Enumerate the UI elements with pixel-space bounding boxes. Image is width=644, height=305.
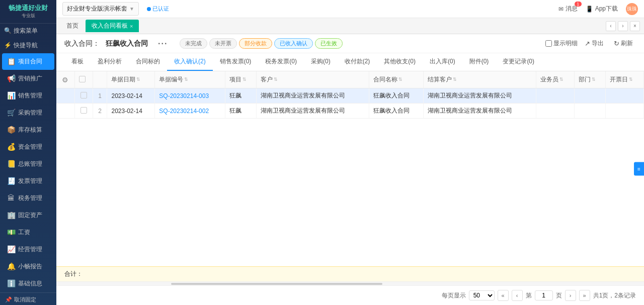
billno-link-1[interactable]: SQ-20230214-002 (159, 108, 209, 115)
sub-tab-附件[interactable]: 附件(0) (462, 53, 496, 71)
next-page-btn[interactable]: › (565, 290, 576, 301)
refresh-icon: ↻ (614, 40, 619, 47)
export-btn[interactable]: ↗ 导出 (582, 38, 607, 49)
user-avatar-action[interactable]: 珠珠 (626, 3, 638, 15)
company-selector[interactable]: 好业财专业版演示帐套 ▼ (62, 2, 139, 16)
page-header-actions: 显示明细 ↗ 导出 ↻ 刷新 (545, 38, 636, 49)
sidebar-label-9: 固定资产 (18, 211, 42, 220)
tab-contract-board[interactable]: 收入合同看板 × (86, 20, 139, 32)
tab-close-btn[interactable]: × (630, 21, 640, 31)
refresh-btn[interactable]: ↻ 刷新 (611, 38, 636, 49)
sidebar-item-小畅报告[interactable]: 🔔小畅报告 (2, 258, 54, 275)
row-settings-1[interactable] (56, 104, 74, 119)
total-label: 合计： (64, 270, 83, 278)
row-checkbox-1[interactable] (80, 107, 87, 114)
tab-home[interactable]: 首页 (60, 20, 85, 32)
pagination: 每页显示 50 100 200 « ‹ 第 页 › » 共1页，2条记录 (56, 285, 644, 305)
app-download-action[interactable]: 📱 App下载 (586, 5, 618, 13)
quick-nav-icon: ⚡ (4, 42, 12, 49)
sidebar-item-工资[interactable]: 💵工资 (2, 224, 54, 241)
page-size-select[interactable]: 50 100 200 (469, 290, 495, 300)
horizontal-scrollbar[interactable] (171, 283, 382, 285)
sub-tab-出入库[interactable]: 出入库(0) (423, 53, 462, 71)
sidebar-label-7: 发票管理 (18, 177, 42, 185)
sidebar-item-发票管理[interactable]: 🧾发票管理 (2, 173, 54, 189)
prev-page-btn[interactable]: ‹ (512, 290, 523, 301)
sidebar-item-税务管理[interactable]: 🏛税务管理 (2, 190, 54, 207)
sidebar-icon-13: ℹ️ (7, 279, 15, 287)
sidebar-item-采购管理[interactable]: 🛒采购管理 (2, 105, 54, 121)
sub-tab-销售发票[interactable]: 销售发票(0) (213, 53, 259, 71)
tab-next-btn[interactable]: › (618, 21, 628, 31)
settle-col-header[interactable]: 结算客户⇅ (423, 71, 536, 88)
show-detail-label: 显示明细 (553, 39, 578, 48)
row-settings-0[interactable] (56, 88, 74, 104)
customer-col-header[interactable]: 客户⇅ (257, 71, 369, 88)
page-label: 第 (526, 291, 532, 300)
sub-tab-其他收支[interactable]: 其他收支(0) (377, 53, 423, 71)
sidebar-item-基础信息[interactable]: ℹ️基础信息 (2, 275, 54, 292)
billno-sort-icon: ⇅ (184, 77, 188, 82)
show-detail-toggle[interactable]: 显示明细 (545, 39, 578, 48)
sidebar-search[interactable]: 🔍 搜索菜单 (0, 24, 56, 38)
sidebar-item-项目合同[interactable]: 📋项目合同 (2, 53, 54, 70)
status-effective[interactable]: 已生效 (315, 38, 343, 49)
sub-tab-收入确认[interactable]: 收入确认(2) (167, 53, 213, 71)
sidebar-label-8: 税务管理 (18, 194, 42, 202)
status-partial-receipt[interactable]: 部分收款 (239, 38, 272, 49)
more-options-btn[interactable]: ··· (158, 39, 168, 48)
per-page-label: 每页显示 (442, 291, 466, 300)
sidebar-item-销售管理[interactable]: 📊销售管理 (2, 87, 54, 104)
row-opendate-0 (605, 88, 643, 104)
pin-toggle[interactable]: 📌 取消固定 (0, 293, 56, 305)
message-action[interactable]: ✉ 1 消息 (558, 5, 578, 13)
billno-link-0[interactable]: SQ-20230214-003 (159, 92, 209, 99)
gear-icon[interactable]: ⚙ (62, 76, 68, 84)
show-detail-checkbox[interactable] (545, 40, 552, 47)
row-checkbox-0[interactable] (80, 92, 87, 98)
row-customer-1: 湖南卫视商业运营发展有限公司 (257, 104, 369, 119)
row-project-1: 狂飙 (225, 104, 257, 119)
sidebar-label-10: 工资 (18, 228, 30, 237)
last-page-btn[interactable]: » (579, 290, 590, 301)
sidebar-label-12: 小畅报告 (18, 262, 42, 271)
sidebar-item-固定资产[interactable]: 🏢固定资产 (2, 207, 54, 224)
sales-col-header[interactable]: 业务员⇅ (536, 71, 574, 88)
sub-tab-变更记录[interactable]: 变更记录(0) (496, 53, 541, 71)
float-action-btn[interactable]: ≡ (634, 162, 644, 176)
status-confirmed[interactable]: 已收入确认 (274, 38, 313, 49)
sidebar-item-经营管理[interactable]: 📈经营管理 (2, 241, 54, 258)
tab-prev-btn[interactable]: ‹ (606, 21, 616, 31)
certified-badge: 已认证 (147, 5, 169, 13)
sidebar-label-4: 库存核算 (18, 126, 42, 134)
settings-col-header[interactable]: ⚙ (56, 71, 74, 88)
sub-tab-采购[interactable]: 采购(0) (304, 53, 338, 71)
page-number-input[interactable] (535, 290, 553, 300)
contract-col-header[interactable]: 合同名称⇅ (369, 71, 424, 88)
sidebar-item-资金管理[interactable]: 💰资金管理 (2, 139, 54, 155)
pin-label: 取消固定 (14, 296, 36, 303)
sub-tab-盈利分析[interactable]: 盈利分析 (91, 53, 129, 71)
dept-col-header[interactable]: 部门⇅ (574, 71, 605, 88)
sidebar-item-总账管理[interactable]: 📒总账管理 (2, 156, 54, 172)
opendate-sort-icon: ⇅ (629, 77, 633, 82)
first-page-btn[interactable]: « (498, 290, 509, 301)
tab-close-icon[interactable]: × (130, 23, 133, 29)
sidebar-menu: 📋项目合同📢营销推广📊销售管理🛒采购管理📦库存核算💰资金管理📒总账管理🧾发票管理… (0, 53, 56, 292)
sub-tab-看板[interactable]: 看板 (64, 53, 91, 71)
status-not-invoiced[interactable]: 未开票 (209, 38, 237, 49)
project-col-header[interactable]: 项目⇅ (225, 71, 257, 88)
opendate-col-header[interactable]: 开票日⇅ (605, 71, 643, 88)
sub-tab-税务发票[interactable]: 税务发票(0) (258, 53, 304, 71)
status-incomplete[interactable]: 未完成 (180, 38, 207, 49)
header-checkbox[interactable] (79, 76, 86, 82)
tab-nav: ‹ › × (606, 21, 640, 31)
billno-col-header[interactable]: 单据编号⇅ (155, 71, 225, 88)
sidebar-item-库存核算[interactable]: 📦库存核算 (2, 122, 54, 138)
date-col-header[interactable]: 单据日期⇅ (107, 71, 155, 88)
sidebar-item-营销推广[interactable]: 📢营销推广 (2, 70, 54, 87)
sidebar-quick-nav[interactable]: ⚡ 快捷导航 (0, 38, 56, 53)
sub-tab-收付款[interactable]: 收付款(2) (338, 53, 377, 71)
sidebar-icon-6: 📒 (7, 160, 15, 168)
sub-tab-合同标的[interactable]: 合同标的 (129, 53, 167, 71)
